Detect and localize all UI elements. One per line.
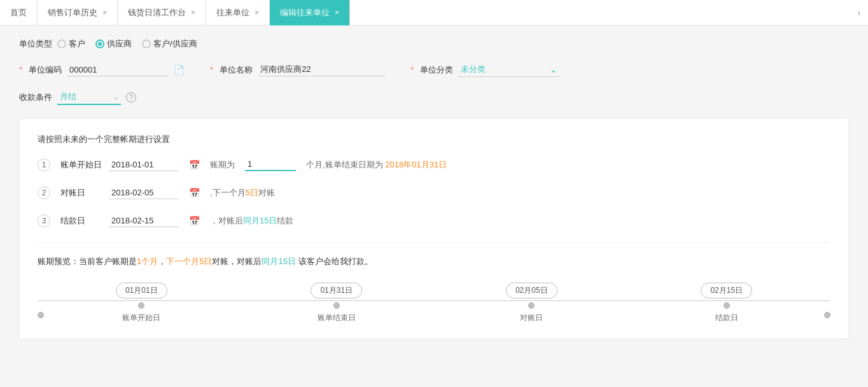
timeline-dot-0 — [138, 302, 144, 309]
period-input[interactable] — [245, 158, 296, 171]
reconcile-date-cal-icon[interactable]: 📅 — [189, 188, 200, 198]
unit-name-star: * — [210, 65, 213, 74]
unit-type-row: 单位类型 客户 供应商 客户/供应商 — [19, 38, 849, 50]
period-suffix: 个月,账单结束日期为 2018年01月31日 — [306, 159, 447, 171]
preview-span2: 下一个月5日 — [166, 257, 212, 266]
unit-name-input[interactable] — [258, 64, 385, 76]
unit-code-star: * — [19, 65, 22, 74]
radio-customer[interactable]: 客户 — [57, 38, 85, 50]
payment-suffix: ，对账后同月15日结款 — [210, 215, 293, 227]
row-label-2: 对账日 — [60, 187, 99, 199]
preview-section: 账期预览：当前客户账期是1个月，下一个月5日对账，对账后同月15日 该客户会给我… — [38, 256, 830, 323]
unit-category-select[interactable]: 未分类 ⌄ — [458, 62, 560, 77]
tabs-overflow-arrow[interactable]: › — [850, 8, 868, 18]
payment-terms-field: 收款条件 月结 ⌄ ? — [19, 90, 136, 105]
setting-row-2: 2 对账日 📅 ,下一个月5日对账 — [38, 186, 830, 199]
tab-partner[interactable]: 往来单位 × — [206, 0, 270, 25]
preview-span3: 同月15日 — [262, 257, 295, 266]
row-num-3: 3 — [38, 215, 50, 227]
reconcile-suffix-orange: 5日 — [246, 188, 258, 197]
radio-supplier-label: 供应商 — [107, 38, 132, 50]
tab-partner-label: 往来单位 — [216, 7, 249, 18]
timeline-label-3: 结款日 — [715, 313, 738, 323]
tab-edit-partner-label: 编辑往来单位 — [280, 7, 330, 18]
setting-row-3: 3 结款日 📅 ，对账后同月15日结款 — [38, 215, 830, 227]
row-num-1: 1 — [38, 158, 50, 171]
unit-code-input[interactable] — [67, 64, 169, 76]
radio-both-circle — [142, 39, 151, 48]
tab-partner-close[interactable]: × — [255, 8, 259, 17]
tab-sales-history[interactable]: 销售订单历史 × — [38, 0, 118, 25]
timeline-badge-1: 01月31日 — [311, 283, 362, 299]
radio-supplier[interactable]: 供应商 — [95, 38, 132, 50]
timeline-right-endcap — [824, 312, 830, 318]
unit-category-field: * 单位分类 未分类 ⌄ — [410, 62, 560, 77]
payment-terms-label: 收款条件 — [19, 92, 52, 103]
unit-name-label: 单位名称 — [220, 64, 253, 76]
payment-terms-help-icon[interactable]: ? — [126, 92, 136, 102]
tab-home-label: 首页 — [10, 7, 27, 18]
setting-row-1: 1 账单开始日 📅 账期为 个月,账单结束日期为 2018年01月31日 — [38, 158, 830, 171]
timeline-wrapper: 01月01日 账单开始日 01月31日 账单结束日 02月05日 — [38, 283, 830, 323]
timeline-node-1: 01月31日 账单结束日 — [311, 283, 362, 323]
timeline-badge-0: 01月01日 — [116, 283, 167, 299]
timeline-label-0: 账单开始日 — [122, 313, 160, 323]
radio-supplier-circle — [95, 39, 104, 48]
period-end-date: 2018年01月31日 — [385, 160, 447, 169]
payment-suffix-pre: ，对账后 — [210, 216, 243, 225]
radio-group: 客户 供应商 客户/供应商 — [57, 38, 197, 50]
unit-code-label: 单位编码 — [29, 64, 62, 76]
unit-category-star: * — [410, 65, 414, 74]
reconcile-suffix-post: 对账 — [258, 188, 275, 197]
preview-text: 账期预览：当前客户账期是1个月，下一个月5日对账，对账后同月15日 该客户会给我… — [38, 256, 830, 267]
unit-code-icon[interactable]: 📄 — [174, 65, 185, 75]
payment-date-cal-icon[interactable]: 📅 — [189, 216, 200, 226]
timeline-dot-1 — [333, 302, 340, 309]
unit-category-dropdown-icon: ⌄ — [550, 64, 557, 74]
start-date-cal-icon[interactable]: 📅 — [189, 160, 200, 170]
tab-cash-work[interactable]: 钱货日清工作台 × — [118, 0, 206, 25]
tab-cash-work-close[interactable]: × — [191, 8, 195, 17]
unit-info-row: * 单位编码 📄 * 单位名称 * 单位分类 未分类 ⌄ — [19, 62, 849, 77]
radio-customer-label: 客户 — [69, 38, 85, 50]
tab-edit-partner-close[interactable]: × — [335, 8, 339, 17]
reconcile-suffix-pre: ,下一个月 — [210, 188, 246, 197]
payment-terms-value: 月结 — [60, 91, 110, 102]
timeline-label-2: 对账日 — [520, 313, 543, 323]
radio-customer-circle — [57, 39, 66, 48]
timeline-dot-2 — [528, 302, 535, 309]
tabs-bar: 首页 销售订单历史 × 钱货日清工作台 × 往来单位 × 编辑往来单位 × › — [0, 0, 868, 25]
timeline-line — [38, 300, 830, 301]
reconcile-date-input[interactable] — [109, 186, 179, 199]
timeline-badge-2: 02月05日 — [506, 283, 557, 299]
preview-mid1: ， — [158, 257, 166, 266]
tab-edit-partner[interactable]: 编辑往来单位 × — [270, 0, 350, 25]
payment-terms-row: 收款条件 月结 ⌄ ? — [19, 90, 849, 105]
reconcile-suffix: ,下一个月5日对账 — [210, 187, 275, 199]
radio-both-label: 客户/供应商 — [153, 38, 197, 50]
content-area: 单位类型 客户 供应商 客户/供应商 * 单位编码 — [0, 25, 868, 352]
period-suffix-text: 个月,账单结束日期为 — [306, 160, 383, 169]
payment-terms-select[interactable]: 月结 ⌄ — [57, 90, 121, 105]
payment-suffix-post: 结款 — [277, 216, 293, 225]
unit-category-label: 单位分类 — [420, 64, 453, 76]
tab-sales-history-close[interactable]: × — [102, 8, 107, 17]
payment-date-input[interactable] — [109, 215, 179, 227]
row-label-3: 结款日 — [60, 215, 99, 227]
timeline-node-3: 02月15日 结款日 — [701, 283, 752, 323]
start-date-input[interactable] — [109, 158, 179, 171]
preview-mid2: 对账，对账后 — [212, 257, 262, 266]
unit-category-value: 未分类 — [461, 64, 547, 75]
tab-sales-history-label: 销售订单历史 — [48, 7, 97, 18]
tab-cash-work-label: 钱货日清工作台 — [128, 7, 186, 18]
unit-type-label: 单位类型 — [19, 38, 52, 50]
radio-both[interactable]: 客户/供应商 — [142, 38, 197, 50]
preview-prefix: 账期预览：当前客户账期是 — [38, 257, 137, 266]
row-label-1: 账单开始日 — [60, 159, 99, 171]
card-instruction: 请按照未来的一个完整帐期进行设置 — [38, 134, 830, 145]
preview-span1: 1个月 — [137, 257, 158, 266]
tab-home[interactable]: 首页 — [0, 0, 38, 25]
preview-suffix: 该客户会给我打款。 — [296, 257, 373, 266]
timeline-left-endcap — [38, 312, 44, 318]
period-label: 账期为 — [210, 159, 235, 171]
